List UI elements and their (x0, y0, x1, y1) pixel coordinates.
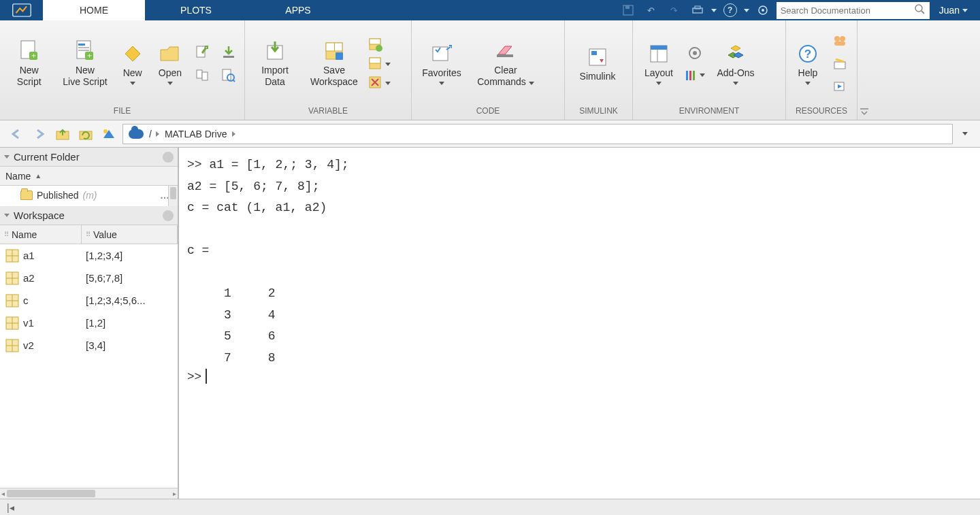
undo-icon[interactable]: ↶ (642, 1, 661, 19)
panel-menu-icon[interactable] (163, 210, 174, 221)
favorites-button[interactable]: Favorites (417, 43, 466, 85)
ws-col-name: Name (12, 229, 37, 240)
status-rewind-icon[interactable]: |◂ (7, 502, 19, 513)
address-bar: / MATLAB Drive (0, 120, 980, 148)
search-box[interactable] (777, 2, 930, 19)
svg-rect-19 (197, 70, 202, 78)
new-live-script-button[interactable]: ＋ NewLive Script (58, 40, 112, 88)
folder-item-published[interactable]: Published (m) … (0, 186, 178, 205)
tab-plots[interactable]: PLOTS (145, 0, 247, 20)
svg-rect-21 (223, 56, 234, 58)
find-files-icon[interactable] (193, 44, 213, 61)
addons-button[interactable]: Add-Ons (710, 43, 761, 85)
request-support-icon[interactable] (830, 55, 850, 73)
tab-home[interactable]: HOME (43, 0, 145, 20)
preview-icon[interactable] (218, 67, 239, 84)
path-history-button[interactable] (957, 124, 973, 144)
redo-icon[interactable]: ↷ (665, 1, 684, 19)
download-icon[interactable] (218, 44, 239, 61)
simulink-button[interactable]: Simulink (570, 46, 625, 82)
target-icon[interactable] (753, 1, 772, 19)
workspace-var-row[interactable]: c[1,2;3,4;5,6... (0, 289, 178, 312)
svg-rect-31 (370, 39, 380, 44)
folder-scrollbar[interactable] (168, 186, 178, 206)
search-input[interactable] (781, 5, 915, 16)
path-field[interactable]: / MATLAB Drive (122, 124, 953, 144)
svg-rect-36 (433, 47, 448, 61)
svg-line-8 (921, 11, 924, 14)
file-section-label: FILE (0, 106, 244, 120)
layout-button[interactable]: Layout (638, 43, 679, 85)
workspace-header[interactable]: Workspace (0, 206, 178, 225)
panel-menu-icon[interactable] (163, 152, 174, 163)
learn-icon[interactable] (830, 78, 850, 96)
collapse-icon[interactable] (4, 155, 10, 159)
print-more-icon[interactable] (711, 9, 717, 12)
help-icon[interactable]: ? (721, 1, 740, 19)
path-drive[interactable]: MATLAB Drive (165, 129, 227, 139)
new-script-button[interactable]: ＋ NewScript (5, 40, 52, 88)
toolstrip: ＋ NewScript ＋ NewLive Script New Open (0, 20, 980, 120)
collapse-icon[interactable] (4, 214, 10, 217)
search-icon[interactable] (915, 4, 926, 17)
path-root[interactable]: / (149, 129, 159, 139)
user-menu[interactable]: Juan (934, 5, 973, 16)
svg-rect-52 (834, 41, 845, 46)
svg-text:?: ? (804, 48, 811, 61)
minimize-toolstrip-icon[interactable] (858, 20, 871, 120)
new-button[interactable]: New (118, 43, 148, 85)
simulink-label: Simulink (580, 71, 616, 82)
browse-icon[interactable] (99, 124, 118, 144)
save-icon[interactable] (619, 1, 638, 19)
folder-item-label: Published (37, 190, 79, 201)
svg-line-24 (233, 80, 235, 82)
ws-col-value: Value (93, 229, 117, 240)
workspace-var-row[interactable]: a1[1,2;3,4] (0, 244, 178, 267)
svg-rect-47 (693, 71, 695, 80)
workspace-body: a1[1,2;3,4] a2[5,6;7,8] c[1,2;3,4;5,6...… (0, 244, 178, 488)
workspace-var-row[interactable]: v1[1,2] (0, 312, 178, 334)
compare-icon[interactable] (193, 67, 213, 84)
print-icon[interactable] (688, 1, 707, 19)
variable-section-label: VARIABLE (245, 106, 411, 120)
workspace-var-row[interactable]: v2[3,4] (0, 334, 178, 356)
tab-apps[interactable]: APPS (247, 0, 349, 20)
command-output: >> a1 = [1, 2,; 3, 4]; a2 = [5, 6; 7, 8]… (187, 154, 972, 369)
current-folder-title: Current Folder (14, 151, 159, 163)
svg-rect-20 (202, 72, 208, 80)
command-window[interactable]: >> a1 = [1, 2,; 3, 4]; a2 = [5, 6; 7, 8]… (179, 148, 980, 499)
folder-icon (20, 190, 33, 200)
status-bar: |◂ (0, 499, 980, 515)
set-path-icon[interactable] (685, 66, 705, 84)
workspace-columns-header[interactable]: ⠿Name ⠿Value (0, 225, 178, 244)
back-button[interactable] (7, 124, 26, 144)
refresh-icon[interactable] (76, 124, 95, 144)
workspace-hscroll[interactable]: ◂▸ (0, 488, 178, 499)
help-more-icon[interactable] (744, 9, 749, 12)
svg-rect-14 (78, 47, 89, 48)
svg-rect-41 (651, 46, 667, 50)
svg-rect-45 (686, 71, 688, 80)
clear-commands-button[interactable]: ClearCommands (472, 40, 540, 88)
open-variable-icon[interactable] (369, 57, 391, 71)
workspace-var-row[interactable]: a2[5,6;7,8] (0, 267, 178, 289)
grip-icon: ⠿ (86, 231, 89, 238)
path-chevron-icon[interactable] (232, 131, 235, 137)
clear-workspace-icon[interactable] (369, 76, 391, 90)
open-button[interactable]: Open (153, 43, 187, 85)
up-folder-icon[interactable] (53, 124, 72, 144)
cursor-icon (206, 369, 207, 384)
folder-columns-header[interactable]: Name ▲ (0, 167, 178, 186)
current-folder-header[interactable]: Current Folder (0, 148, 178, 167)
community-icon[interactable] (830, 32, 850, 50)
save-workspace-button[interactable]: SaveWorkspace (305, 40, 363, 88)
svg-point-57 (103, 129, 108, 133)
import-data-button[interactable]: ImportData (250, 40, 299, 88)
help-button[interactable]: ? Help (791, 43, 824, 85)
preferences-icon[interactable] (685, 44, 705, 62)
folder-item-suffix: (m) (83, 190, 97, 201)
user-name: Juan (939, 5, 960, 16)
favorites-label: Favorites (422, 67, 461, 79)
new-variable-icon[interactable] (369, 38, 391, 52)
forward-button[interactable] (30, 124, 49, 144)
